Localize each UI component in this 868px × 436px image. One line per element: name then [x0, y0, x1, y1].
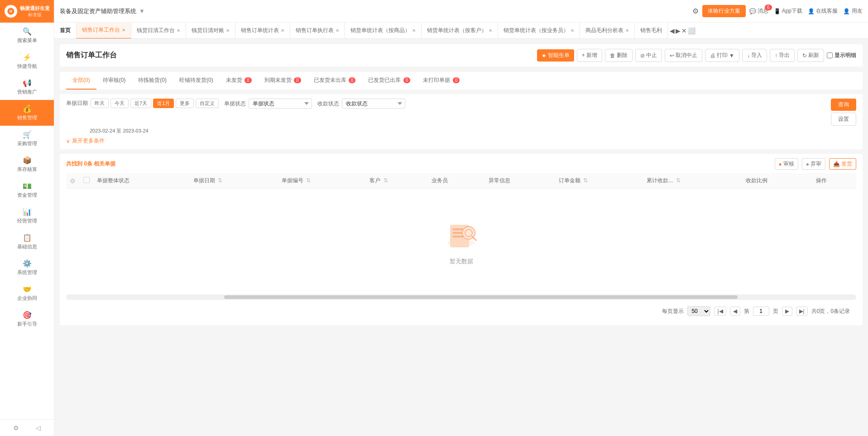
smart-create-btn[interactable]: ★ 智能生单	[537, 49, 574, 62]
sidebar-item-system[interactable]: ⚙️ 系统管理	[0, 255, 54, 280]
expand-btn[interactable]: ∨ 展开更多条件	[66, 137, 856, 145]
tabs-close-icon[interactable]: ✕	[681, 27, 687, 34]
th-customer[interactable]: 客户 ⇅	[366, 173, 427, 189]
first-page-btn[interactable]: |◀	[714, 307, 726, 316]
date-btn-7days[interactable]: 近7天	[130, 99, 151, 108]
online-service-action[interactable]: 👤 在线客服	[808, 7, 838, 15]
query-btn[interactable]: 查询	[831, 99, 856, 111]
tab-sales-stats-salesman[interactable]: 销货单统计表（按业务员） ✕	[498, 23, 580, 39]
tab-sales-order-exec[interactable]: 销售订单执行表 ✕	[290, 23, 345, 39]
sub-tab-all[interactable]: 全部(0)	[66, 72, 96, 90]
audit-btn[interactable]: ● 审核	[775, 158, 798, 170]
sidebar-item-cooperation[interactable]: 🤝 企业协同	[0, 280, 54, 306]
app-download-label: App下载	[782, 7, 802, 15]
tab-close-icon[interactable]: ✕	[625, 28, 629, 33]
tab-home[interactable]: 首页	[54, 23, 77, 39]
sub-tab-shipped-not-out[interactable]: 已发货未出库 0	[307, 72, 362, 90]
tab-sales-stats-customer[interactable]: 销货单统计表（按客户） ✕	[422, 23, 498, 39]
sub-tab-expired[interactable]: 到期未发货 0	[258, 72, 307, 90]
app-download-action[interactable]: 📱 App下载	[774, 7, 802, 15]
sub-tab-not-printed[interactable]: 未打印单据 0	[417, 72, 466, 90]
show-detail-input[interactable]	[827, 52, 833, 58]
th-salesman[interactable]: 业务员	[428, 173, 485, 189]
tab-close-icon[interactable]: ✕	[412, 28, 416, 33]
date-btn-more[interactable]: 更多	[176, 99, 194, 108]
tabs-next-icon[interactable]: ▶	[676, 27, 681, 34]
date-btn-custom[interactable]: 自定义	[196, 99, 219, 108]
sub-tab-shipped-out[interactable]: 已发货已出库 0	[362, 72, 417, 90]
page-number-input[interactable]	[753, 307, 769, 316]
tab-sales-order-workbench[interactable]: 销售订单工作台 ✕	[77, 23, 131, 39]
sub-tab-wangpu[interactable]: 旺铺待发货(0)	[173, 72, 220, 90]
status-select[interactable]: 单据状态	[249, 99, 312, 109]
sidebar-item-search[interactable]: 🔍 搜索菜单	[0, 23, 54, 48]
next-page-btn[interactable]: ▶	[782, 307, 792, 316]
sidebar-item-marketing[interactable]: 📢 营销推广	[0, 74, 54, 100]
sidebar-item-finance[interactable]: 💵 资金管理	[0, 177, 54, 203]
sidebar-item-purchase[interactable]: 🛒 采购管理	[0, 126, 54, 152]
sidebar-item-inventory[interactable]: 📦 库存核算	[0, 152, 54, 177]
sidebar-item-operations[interactable]: 📊 经营管理	[0, 203, 54, 229]
message-action[interactable]: 💬 消息 6	[749, 7, 768, 15]
date-btn-1month[interactable]: 近1月	[153, 99, 174, 108]
col-operation-label: 操作	[816, 177, 827, 184]
sub-tab-pending-check[interactable]: 待拣验货(0)	[132, 72, 173, 90]
payment-select[interactable]: 收款状态	[342, 99, 405, 109]
status-filter: 单据状态 单据状态	[224, 99, 312, 109]
tab-close-icon[interactable]: ✕	[177, 28, 180, 33]
tab-close-icon[interactable]: ✕	[122, 28, 125, 33]
show-detail-checkbox[interactable]: 显示明细	[827, 52, 856, 59]
tabs-prev-icon[interactable]: ◀	[670, 27, 675, 34]
tab-close-icon[interactable]: ✕	[571, 28, 574, 33]
tab-sales-stats-product[interactable]: 销货单统计表（按商品） ✕	[345, 23, 422, 39]
tab-close-icon[interactable]: ✕	[489, 28, 492, 33]
pause-btn[interactable]: ⊘ 中止	[635, 49, 662, 62]
user-area[interactable]: 👤 用友	[843, 7, 863, 15]
tab-cash-reconcile[interactable]: 钱货日清对账 ✕	[186, 23, 235, 39]
sidebar-item-newbie[interactable]: 🎯 新手引导	[0, 306, 54, 332]
scrollbar-thumb[interactable]	[224, 295, 738, 299]
refresh-btn[interactable]: ↻ 刷新	[797, 49, 824, 62]
tab-sales-order-stats[interactable]: 销售订单统计表 ✕	[235, 23, 290, 39]
column-settings-icon[interactable]: ⚙	[70, 177, 76, 185]
sub-tab-pending-audit[interactable]: 待审核(0)	[96, 72, 132, 90]
ship-label: 发货	[841, 160, 852, 168]
ship-btn[interactable]: 📤 发货	[829, 158, 856, 170]
tab-close-icon[interactable]: ✕	[336, 28, 339, 33]
trial-btn[interactable]: 体验行业方案	[702, 5, 746, 17]
dropdown-arrow-icon[interactable]: ▼	[139, 8, 145, 14]
print-btn[interactable]: 🖨 打印 ▼	[705, 49, 739, 62]
th-date[interactable]: 单据日期 ⇅	[190, 173, 278, 189]
import-btn[interactable]: ↓ 导入	[742, 49, 767, 62]
expired-badge: 0	[294, 77, 301, 83]
settings-bottom-btn[interactable]: ⚙	[13, 424, 19, 431]
add-btn[interactable]: + 新增	[577, 49, 602, 62]
collapse-btn[interactable]: ◁	[36, 424, 41, 431]
prev-page-btn[interactable]: ◀	[730, 307, 740, 316]
sub-tab-not-shipped[interactable]: 未发货 0	[220, 72, 258, 90]
date-btn-today[interactable]: 今天	[110, 99, 129, 108]
th-amount[interactable]: 订单金额 ⇅	[555, 173, 643, 189]
tab-sales-gross[interactable]: 销售毛利	[635, 23, 668, 39]
date-btn-yesterday[interactable]: 昨天	[91, 99, 109, 108]
sidebar-item-quick-nav[interactable]: ⚡ 快捷导航	[0, 48, 54, 74]
last-page-btn[interactable]: ▶|	[796, 307, 808, 316]
delete-btn[interactable]: 🗑 删除	[605, 49, 633, 62]
topbar-settings-icon[interactable]: ⚙	[692, 7, 699, 15]
th-number[interactable]: 单据编号 ⇅	[278, 173, 366, 189]
tab-close-icon[interactable]: ✕	[226, 28, 230, 33]
filter-settings-btn[interactable]: 设置	[831, 113, 856, 126]
horizontal-scrollbar[interactable]	[66, 294, 856, 300]
th-collected[interactable]: 累计收款... ⇅	[643, 173, 742, 189]
export-btn[interactable]: ↑ 导出	[770, 49, 795, 62]
tabs-expand-icon[interactable]: ⬜	[688, 27, 695, 34]
cancel-pause-btn[interactable]: ↩ 取消中止	[665, 49, 702, 62]
tab-close-icon[interactable]: ✕	[281, 28, 284, 33]
sidebar-item-sales[interactable]: 💰 销售管理	[0, 100, 54, 126]
tab-cash-daily[interactable]: 钱货日清工作台 ✕	[131, 23, 186, 39]
page-size-select[interactable]: 50 10 20 100	[687, 306, 710, 316]
cancel-audit-btn[interactable]: ● 弃审	[802, 158, 825, 170]
sidebar-item-base-info[interactable]: 📋 基础信息	[0, 229, 54, 255]
select-all-checkbox[interactable]	[83, 177, 90, 183]
tab-product-margin[interactable]: 商品毛利分析表 ✕	[580, 23, 635, 39]
